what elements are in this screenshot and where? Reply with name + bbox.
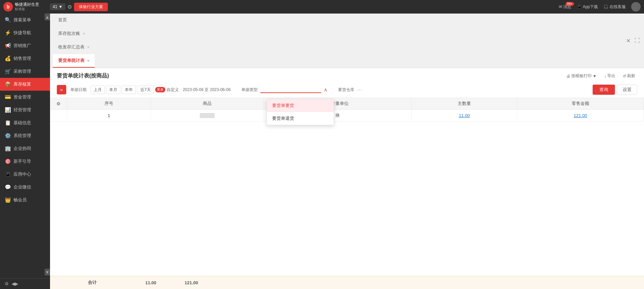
sidebar-item-system[interactable]: ⚙️系统管理 [0,129,50,142]
store-selector[interactable]: 41 ▼ [50,3,65,10]
type-dropdown: 要货单要货 要货单退货 [266,99,334,125]
print-template-btn[interactable]: 🖨 按模板打印 ▼ [564,72,599,80]
qty-link-0[interactable]: 11.00 [459,113,470,118]
query-button[interactable]: 查询 [593,85,615,95]
sidebar-item-purchase[interactable]: 🛒采购管理 [0,65,50,78]
system-icon: ⚙️ [5,133,11,139]
header-gear-icon[interactable]: ⚙ [67,4,72,10]
sidebar-item-app-center[interactable]: 📱应用中心 [0,168,50,181]
sidebar-item-enterprise[interactable]: 🏢企业协同 [0,142,50,155]
headset-icon: 🎧 [603,4,609,9]
quick-nav-icon: ⚡ [5,30,11,36]
tab-receivable-summary[interactable]: 收发存汇总表× [53,41,95,54]
sidebar-item-sales[interactable]: 💰销售管理 [0,52,50,65]
date-this-month-btn[interactable]: 本月 [106,86,120,94]
online-service-label: 在线客服 [610,4,626,10]
date-last-month-btn[interactable]: 上月 [91,86,105,94]
sidebar-label-basic-info: 基础信息 [14,120,31,126]
col-qty: 主数量 [412,98,517,110]
app-download-label: App下载 [583,4,598,10]
col-amount: 零售金额 [517,98,644,110]
sidebar-item-inventory[interactable]: 📦库存核算 [0,78,50,91]
sidebar-label-enterprise: 企业协同 [14,146,31,152]
app-center-icon: 📱 [5,171,11,177]
tab-requisition-stat[interactable]: 要货单统计表× [53,54,95,68]
warehouse-filter-label: 要货仓库 [338,87,354,93]
trial-button[interactable]: 体验行业方案 [74,3,108,11]
type-dropdown-arrow-icon[interactable]: ∧ [324,87,327,92]
header-right: ✉ 消息 99+ 📱 App下载 🎧 在线客服 [559,2,641,12]
tab-home[interactable]: 首页 [53,14,95,27]
date-custom-btn[interactable]: 自定义 [167,87,179,93]
table-header-row: ⚙ 序号 商品 主计量单位 主数量 零售金额 [50,98,644,110]
sidebar-scroll-bottom[interactable]: ▼ [45,269,50,275]
message-item[interactable]: ✉ 消息 99+ [559,4,571,10]
sidebar-item-finance[interactable]: 💳资金管理 [0,91,50,104]
sidebar-item-search[interactable]: 🔍搜索菜单 [0,14,50,26]
sidebar-item-wechat[interactable]: 💬企业微信 [0,181,50,194]
tab-close-all-icon[interactable]: ✕ [625,36,632,45]
date-more-badge[interactable]: 更多 [155,87,165,92]
tab-bar: 首页库存批次账×收发存汇总表×要货单统计表× ✕ ⛶ [50,14,644,68]
sidebar-label-purchase: 采购管理 [14,68,31,74]
date-group: 上月 本月 本年 近7天 更多 自定义 [91,86,179,94]
sidebar-label-inventory: 库存核算 [14,81,31,87]
cell-product-0 [151,110,263,121]
sidebar-item-operations[interactable]: 📊经营管理 [0,104,50,116]
tab-close-inventory-batch[interactable]: × [83,31,85,36]
type-filter-label: 单据类型 [241,87,258,93]
sidebar-item-basic-info[interactable]: 📋基础信息 [0,116,50,129]
sidebar-label-marketing: 营销推广 [14,43,31,49]
refresh-icon: ↺ [623,74,626,79]
tab-close-receivable-summary[interactable]: × [87,45,89,49]
col-settings-icon[interactable]: ⚙ [56,101,61,106]
refresh-btn[interactable]: ↺ 刷新 [621,72,637,80]
filter-expand-btn[interactable]: » [57,85,66,94]
sidebar-item-quick-nav[interactable]: ⚡快捷导航 [0,26,50,39]
sidebar-item-marketing[interactable]: 📢营销推广 [0,39,50,52]
tab-maximize-icon[interactable]: ⛶ [633,36,641,45]
sidebar-label-app-center: 应用中心 [14,171,31,177]
sidebar-settings-icon[interactable]: ⚙ [5,281,9,286]
sidebar-label-operations: 经营管理 [14,107,31,113]
dropdown-item-0[interactable]: 要货单要货 [267,99,334,112]
sidebar-label-guide: 新手引导 [14,158,31,164]
footer-total-qty: 11.00 [130,280,171,285]
refresh-label: 刷新 [627,73,635,79]
filter-type-section: 单据类型 ∧ [241,86,327,93]
sidebar-label-finance: 资金管理 [14,94,31,100]
col-product: 商品 [151,98,263,110]
message-icon: ✉ [559,4,562,9]
date-range-display: 2023-05-06 至 2023-06-06 [183,87,231,93]
print-icon: 🖨 [566,74,570,79]
page-content: 要货单统计表(按商品) 🖨 按模板打印 ▼ ↓ 导出 ↺ 刷新 [50,68,644,289]
sidebar-label-system: 系统管理 [14,133,31,139]
main-layout: ▲ 🔍搜索菜单⚡快捷导航📢营销推广💰销售管理🛒采购管理📦库存核算💳资金管理📊经营… [0,14,644,289]
cell-settings-0 [50,110,67,121]
sidebar-item-guide[interactable]: 🎯新手引导 [0,155,50,168]
export-btn[interactable]: ↓ 导出 [602,72,617,80]
tab-inventory-batch[interactable]: 库存批次账× [53,27,95,41]
phone-icon: 📱 [577,4,582,9]
online-service-item[interactable]: 🎧 在线客服 [603,4,626,10]
sidebar-scroll-top[interactable]: ▲ [45,14,50,20]
amount-link-0[interactable]: 121.00 [574,113,587,118]
print-label: 按模板打印 [571,73,592,79]
finance-icon: 💳 [5,94,11,100]
app-sub: 标准版 [15,7,39,12]
date-this-year-btn[interactable]: 本年 [122,86,136,94]
type-filter-input[interactable] [260,86,321,93]
user-avatar[interactable] [631,2,641,12]
operations-icon: 📊 [5,107,11,113]
sidebar-collapse-icon[interactable]: ◀▶ [11,281,18,286]
settings-button[interactable]: 设置 [617,85,637,95]
app-download-item[interactable]: 📱 App下载 [577,4,598,10]
sidebar-item-member[interactable]: 👑畅会员 [0,194,50,206]
date-last-7-days-btn[interactable]: 近7天 [137,86,154,94]
purchase-icon: 🛒 [5,68,11,74]
warehouse-more-icon[interactable]: ··· [357,86,362,93]
tab-close-requisition-stat[interactable]: × [87,59,89,63]
sidebar-label-search: 搜索菜单 [14,17,31,23]
dropdown-item-1[interactable]: 要货单退货 [267,112,334,125]
sidebar-items: 🔍搜索菜单⚡快捷导航📢营销推广💰销售管理🛒采购管理📦库存核算💳资金管理📊经营管理… [0,14,50,206]
